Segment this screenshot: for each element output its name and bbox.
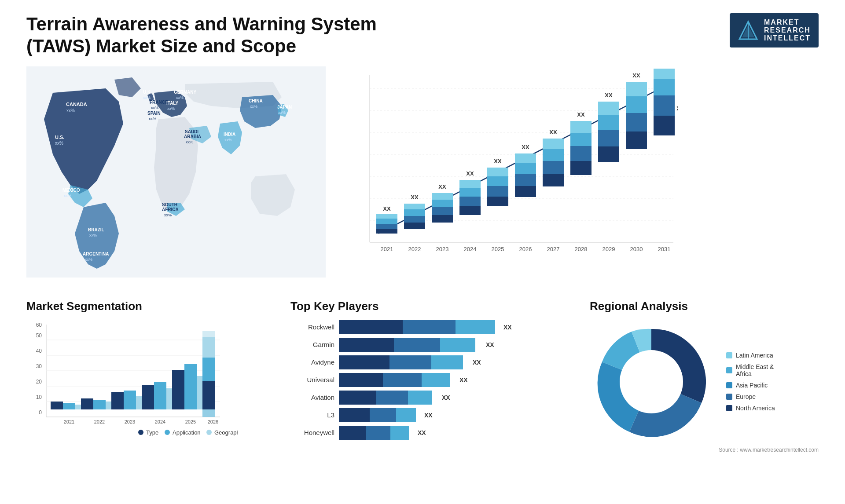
legend-color [726, 405, 732, 411]
page-title: Terrain Awareness and Warning System (TA… [26, 13, 405, 58]
svg-text:CHINA: CHINA [249, 99, 263, 103]
svg-text:XX: XX [605, 92, 613, 99]
player-row: Rockwell XX [290, 320, 563, 334]
logo-text: MARKET RESEARCH INTELLECT [764, 18, 811, 42]
legend-color [726, 382, 732, 388]
world-map-container: CANADA xx% U.S. xx% MEXICO xx% BRAZIL xx… [26, 66, 326, 286]
svg-text:AFRICA: AFRICA [162, 207, 179, 212]
svg-rect-48 [376, 224, 397, 229]
donut-legend: Latin America Middle East &Africa Asia P… [726, 352, 775, 412]
svg-text:SOUTH: SOUTH [162, 202, 177, 207]
svg-rect-127 [51, 402, 63, 409]
svg-text:60: 60 [36, 322, 42, 328]
svg-rect-55 [404, 209, 425, 216]
svg-rect-139 [142, 385, 154, 409]
player-bar-container: XX [339, 373, 563, 387]
svg-rect-131 [81, 398, 93, 409]
svg-rect-68 [459, 180, 481, 188]
svg-text:XX: XX [549, 129, 557, 135]
svg-rect-152 [202, 337, 215, 358]
svg-rect-143 [172, 370, 184, 409]
svg-text:XX: XX [411, 194, 419, 201]
svg-rect-96 [598, 130, 619, 146]
svg-text:XX: XX [494, 158, 502, 164]
svg-text:ARGENTINA: ARGENTINA [83, 252, 109, 256]
svg-text:xx%: xx% [164, 213, 172, 217]
player-name: Universal [290, 376, 334, 383]
svg-rect-104 [626, 82, 647, 96]
svg-text:2021: 2021 [381, 246, 393, 252]
svg-rect-66 [459, 197, 481, 206]
svg-text:Geography: Geography [214, 429, 238, 436]
svg-rect-108 [654, 95, 675, 116]
svg-text:GERMANY: GERMANY [174, 90, 196, 95]
svg-rect-91 [570, 133, 592, 146]
legend-color [726, 394, 732, 400]
svg-text:BRAZIL: BRAZIL [88, 227, 104, 232]
svg-rect-83 [543, 174, 564, 186]
svg-text:50: 50 [36, 332, 42, 339]
svg-text:ARABIA: ARABIA [184, 134, 201, 139]
svg-rect-101 [626, 131, 647, 149]
svg-rect-60 [432, 207, 453, 215]
svg-text:xx%: xx% [143, 95, 151, 100]
svg-rect-62 [432, 193, 453, 200]
svg-text:XX: XX [632, 72, 640, 79]
svg-rect-144 [184, 364, 197, 409]
svg-text:XX: XX [522, 144, 529, 150]
svg-text:ITALY: ITALY [166, 101, 179, 106]
svg-rect-65 [459, 206, 481, 215]
svg-rect-84 [543, 161, 564, 174]
legend-item-latin-america: Latin America [726, 352, 775, 359]
svg-rect-102 [626, 113, 647, 131]
svg-rect-67 [459, 188, 481, 197]
legend-label: Middle East &Africa [736, 363, 774, 377]
svg-text:2023: 2023 [436, 246, 449, 252]
player-row: Honeywell XX [290, 426, 563, 440]
svg-text:2024: 2024 [464, 246, 477, 252]
legend-label: Europe [736, 393, 756, 400]
svg-rect-132 [93, 400, 106, 409]
player-name: L3 [290, 411, 334, 419]
svg-text:SAUDI: SAUDI [185, 129, 198, 134]
svg-rect-136 [124, 391, 136, 409]
svg-text:xx%: xx% [85, 257, 92, 262]
svg-rect-49 [376, 219, 397, 224]
regional-section: Regional Analysis [590, 299, 819, 453]
player-row: Avidyne XX [290, 355, 563, 369]
bottom-sections: Market Segmentation 0 10 20 30 40 50 60 [26, 299, 819, 453]
svg-rect-56 [404, 204, 425, 209]
logo-box: MARKET RESEARCH INTELLECT [730, 13, 819, 47]
map-section: CANADA xx% U.S. xx% MEXICO xx% BRAZIL xx… [26, 66, 326, 286]
svg-rect-85 [543, 149, 564, 161]
svg-text:2022: 2022 [408, 246, 421, 252]
svg-rect-128 [63, 403, 75, 409]
svg-text:XX: XX [383, 205, 391, 212]
player-bar-container: XX [339, 338, 563, 352]
svg-text:2024: 2024 [155, 419, 165, 424]
legend-color [726, 367, 732, 373]
svg-rect-98 [598, 102, 619, 115]
svg-text:xx%: xx% [176, 95, 184, 100]
player-name: Garmin [290, 341, 334, 348]
svg-text:U.K.: U.K. [143, 90, 152, 95]
svg-text:MEXICO: MEXICO [62, 188, 80, 193]
header: Terrain Awareness and Warning System (TA… [26, 13, 819, 58]
svg-text:2025: 2025 [185, 419, 196, 424]
svg-rect-109 [654, 79, 675, 95]
player-bar-value: XX [442, 394, 450, 401]
svg-rect-79 [515, 163, 536, 174]
svg-text:XX: XX [676, 105, 678, 112]
svg-text:xx%: xx% [66, 108, 75, 113]
svg-text:10: 10 [36, 394, 42, 400]
svg-text:2021: 2021 [64, 419, 74, 424]
svg-rect-59 [432, 215, 453, 223]
logo-icon [738, 20, 759, 41]
svg-text:xx%: xx% [250, 104, 257, 109]
legend-label: Latin America [736, 352, 773, 359]
svg-text:Type: Type [146, 429, 158, 436]
svg-rect-73 [487, 176, 508, 186]
svg-text:XX: XX [466, 170, 474, 177]
player-bar-value: XX [473, 359, 481, 366]
svg-rect-103 [626, 96, 647, 113]
